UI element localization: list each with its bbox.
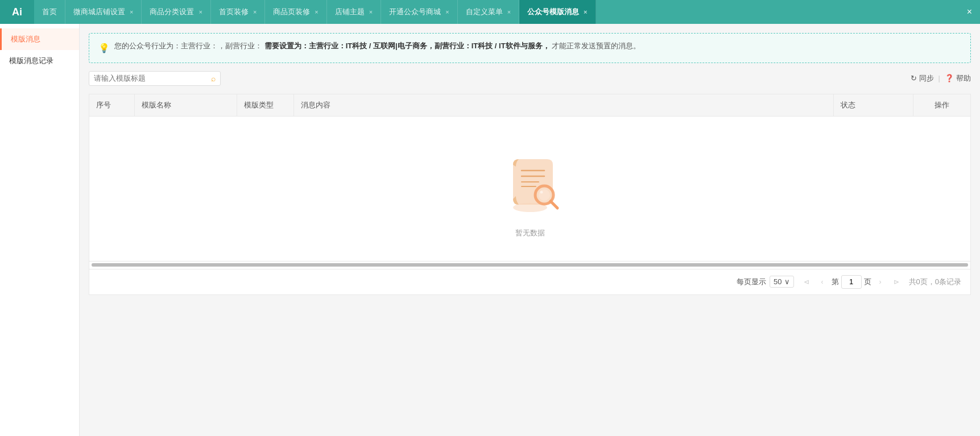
nav-tab-shop-theme[interactable]: 店铺主题 × — [327, 0, 381, 24]
notice-icon: 💡 — [98, 41, 110, 56]
close-shop-theme-icon[interactable]: × — [369, 9, 373, 15]
col-header-status: 状态 — [834, 94, 913, 116]
nav-tab-category-setting[interactable]: 商品分类设置 × — [142, 0, 210, 24]
notice-text: 您的公众号行业为：主营行业：，副营行业： 需要设置为：主营行业：IT科技 / 互… — [114, 40, 640, 52]
nav-tab-product-decor[interactable]: 商品页装修 × — [265, 0, 326, 24]
notice-text-highlight: 需要设置为：主营行业：IT科技 / 互联网|电子商务，副营行业：IT科技 / I… — [264, 41, 550, 50]
nav-tab-home[interactable]: 首页 — [34, 0, 65, 24]
last-page-button[interactable]: ⊳ — [890, 275, 903, 289]
close-shop-setting-icon[interactable]: × — [130, 9, 133, 15]
col-header-index: 序号 — [89, 94, 135, 116]
page-size-select: 每页显示 50 ∨ — [737, 276, 793, 288]
nav-tab-template-msg-label: 公众号模版消息 — [527, 7, 579, 17]
empty-text: 暂无数据 — [515, 228, 545, 238]
sidebar-item-template-record[interactable]: 模版消息记录 — [0, 50, 79, 72]
toolbar-right: ↻ 同步 | ❓ 帮助 — [911, 73, 971, 84]
toolbar-divider: | — [938, 74, 940, 82]
close-custom-menu-icon[interactable]: × — [507, 9, 511, 15]
pagination: 每页显示 50 ∨ ⊲ ‹ 第 页 › ⊳ — [89, 269, 970, 294]
search-icon[interactable]: ⌕ — [211, 74, 216, 83]
next-page-button[interactable]: › — [874, 275, 887, 289]
sidebar: 模版消息 模版消息记录 — [0, 24, 80, 436]
page-size-dropdown[interactable]: 50 ∨ — [770, 276, 793, 288]
nav-tab-custom-menu-label: 自定义菜单 — [466, 7, 503, 17]
nav-tabs: 首页 微商城店铺设置 × 商品分类设置 × 首页装修 × 商品页装修 × 店铺主… — [34, 0, 959, 24]
page-nav: ⊲ ‹ 第 页 › ⊳ — [800, 275, 903, 289]
toolbar: ⌕ ↻ 同步 | ❓ 帮助 — [89, 71, 971, 86]
help-circle-icon: ❓ — [945, 74, 954, 82]
table-header: 序号 模版名称 模版类型 消息内容 状态 操作 — [89, 94, 970, 117]
chevron-down-icon: ∨ — [784, 277, 790, 286]
help-label: 帮助 — [956, 73, 971, 84]
nav-tab-open-mall[interactable]: 开通公众号商城 × — [381, 0, 457, 24]
col-header-content: 消息内容 — [294, 94, 834, 116]
sidebar-item-template-message[interactable]: 模版消息 — [0, 28, 79, 50]
sync-button[interactable]: ↻ 同步 — [911, 73, 934, 84]
col-header-type: 模版类型 — [237, 94, 294, 116]
nav-tab-shop-setting-label: 微商城店铺设置 — [73, 7, 125, 17]
nav-tab-custom-menu[interactable]: 自定义菜单 × — [458, 0, 519, 24]
empty-state: 暂无数据 — [89, 117, 970, 261]
close-category-icon[interactable]: × — [199, 9, 202, 15]
nav-tab-product-decor-label: 商品页装修 — [273, 7, 310, 17]
nav-tab-home-decor-label: 首页装修 — [219, 7, 249, 17]
close-open-mall-icon[interactable]: × — [445, 9, 449, 15]
main-layout: 模版消息 模版消息记录 💡 您的公众号行业为：主营行业：，副营行业： 需要设置为… — [0, 24, 980, 436]
h-scrollbar[interactable] — [92, 263, 968, 267]
svg-line-7 — [551, 201, 557, 208]
content-area: 💡 您的公众号行业为：主营行业：，副营行业： 需要设置为：主营行业：IT科技 /… — [80, 24, 980, 436]
page-label-prefix: 第 — [832, 277, 839, 287]
page-size-value: 50 — [774, 277, 781, 286]
sidebar-item-template-message-label: 模版消息 — [11, 35, 40, 43]
close-home-decor-icon[interactable]: × — [253, 9, 257, 15]
search-box: ⌕ — [89, 71, 221, 86]
top-nav: Ai 首页 微商城店铺设置 × 商品分类设置 × 首页装修 × 商品页装修 × … — [0, 0, 980, 24]
svg-point-8 — [540, 190, 543, 193]
col-header-name: 模版名称 — [135, 94, 237, 116]
nav-tab-template-msg[interactable]: 公众号模版消息 × — [519, 0, 596, 24]
nav-tab-home-decor[interactable]: 首页装修 × — [211, 0, 265, 24]
nav-tab-open-mall-label: 开通公众号商城 — [389, 7, 441, 17]
nav-tab-shop-theme-label: 店铺主题 — [335, 7, 365, 17]
page-size-label: 每页显示 — [737, 277, 766, 287]
first-page-button[interactable]: ⊲ — [800, 275, 813, 289]
close-template-msg-icon[interactable]: × — [584, 9, 587, 15]
total-info: 共0页，0条记录 — [909, 277, 961, 287]
empty-illustration — [496, 151, 564, 219]
page-input-box: 第 页 — [832, 275, 871, 289]
sidebar-item-template-record-label: 模版消息记录 — [9, 56, 53, 65]
h-scrollbar-thumb[interactable] — [92, 263, 968, 267]
notice-text-prefix: 您的公众号行业为：主营行业：，副营行业： — [114, 41, 262, 50]
nav-tab-home-label: 首页 — [42, 7, 57, 17]
notice-text-suffix: 才能正常发送预置的消息。 — [552, 41, 640, 50]
svg-point-6 — [539, 189, 550, 201]
nav-tab-category-label: 商品分类设置 — [150, 7, 194, 17]
data-table: 序号 模版名称 模版类型 消息内容 状态 操作 — [89, 94, 971, 295]
sync-refresh-icon: ↻ — [911, 74, 917, 82]
nav-tab-shop-setting[interactable]: 微商城店铺设置 × — [65, 0, 142, 24]
page-label-suffix: 页 — [864, 277, 871, 287]
help-button[interactable]: ❓ 帮助 — [945, 73, 971, 84]
prev-page-button[interactable]: ‹ — [816, 275, 829, 289]
sync-label: 同步 — [919, 73, 934, 84]
close-all-button[interactable]: × — [959, 7, 980, 17]
scrollbar-area — [89, 261, 970, 269]
notice-box: 💡 您的公众号行业为：主营行业：，副营行业： 需要设置为：主营行业：IT科技 /… — [89, 33, 971, 63]
app-logo: Ai — [0, 0, 34, 24]
page-input[interactable] — [841, 275, 862, 289]
close-product-decor-icon[interactable]: × — [315, 9, 318, 15]
col-header-action: 操作 — [913, 94, 970, 116]
search-input[interactable] — [94, 74, 208, 82]
